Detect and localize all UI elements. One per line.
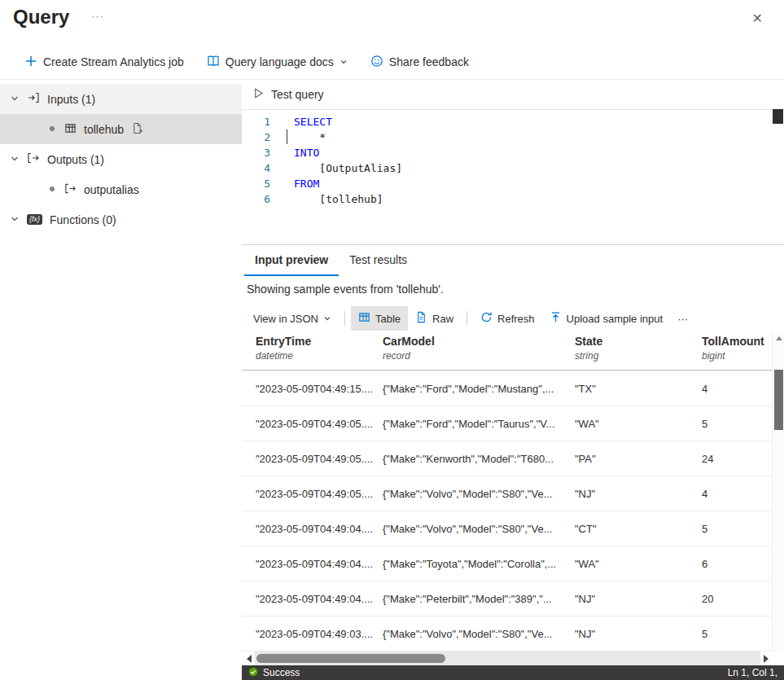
view-in-json-dropdown[interactable]: View in JSON [246, 308, 339, 330]
sample-events-note: Showing sample events from 'tollehub'. [247, 283, 444, 296]
code-text: SELECT [278, 114, 332, 129]
table-row[interactable]: "2023-05-09T04:49:04.... {"Make":"Volvo"… [242, 511, 772, 546]
cell-tollamount: 5 [702, 511, 775, 546]
create-stream-analytics-job-button[interactable]: Create Stream Analytics job [24, 55, 184, 70]
inputs-label: Inputs (1) [47, 93, 95, 106]
sql-keyword: SELECT [294, 116, 332, 128]
horizontal-scroll-track[interactable] [255, 651, 760, 665]
cell-state: "PA" [575, 441, 697, 476]
query-language-docs-button[interactable]: Query language docs [207, 55, 348, 70]
vertical-scroll-thumb[interactable] [774, 370, 783, 430]
column-header-entrytime[interactable]: EntryTime datetime [256, 335, 381, 362]
line-number: 5 [242, 176, 278, 191]
table-row[interactable]: "2023-05-09T04:49:05.... {"Make":"Volvo"… [242, 476, 772, 511]
link-icon [47, 123, 57, 136]
horizontal-scrollbar[interactable] [243, 651, 772, 665]
cell-tollamount: 6 [702, 546, 775, 581]
text-cursor [287, 129, 287, 144]
code-line: 6 [tollehub] [242, 191, 784, 207]
column-type: datetime [256, 350, 381, 362]
tab-input-preview[interactable]: Input preview [244, 245, 339, 276]
status-success-label: Success [263, 667, 300, 678]
line-number: 1 [242, 114, 278, 129]
scroll-right-arrow-icon[interactable] [764, 655, 769, 663]
refresh-button[interactable]: Refresh [473, 306, 542, 331]
table-row[interactable]: "2023-05-09T04:49:05.... {"Make":"Kenwor… [242, 441, 772, 476]
cell-state: "CT" [575, 511, 697, 546]
scroll-up-arrow-icon[interactable] [776, 336, 782, 340]
column-name: EntryTime [256, 335, 381, 348]
cell-entrytime: "2023-05-09T04:49:04.... [256, 511, 381, 546]
tab-test-results[interactable]: Test results [339, 245, 418, 276]
chevron-down-icon [10, 153, 20, 166]
feedback-label: Share feedback [389, 55, 469, 68]
column-header-state[interactable]: State string [575, 335, 697, 362]
column-header-carmodel[interactable]: CarModel record [383, 335, 572, 362]
close-button[interactable]: ✕ [752, 11, 763, 26]
cell-state: "WA" [575, 406, 697, 441]
vertical-scrollbar[interactable] [772, 332, 784, 651]
title-more-button[interactable]: ··· [91, 10, 104, 22]
tab-input-preview-label: Input preview [255, 253, 328, 266]
test-query-button[interactable]: Test query [252, 87, 324, 102]
code-editor[interactable]: 1 SELECT 2 * 3 INTO 4 [OutputAlias] 5 FR… [242, 109, 784, 245]
success-check-icon [248, 667, 258, 679]
table-row[interactable]: "2023-05-09T04:49:15.... {"Make":"Ford",… [242, 371, 772, 406]
table-row[interactable]: "2023-05-09T04:49:03.... {"Make":"Volvo"… [242, 616, 772, 651]
cell-tollamount: 5 [702, 406, 775, 441]
raw-view-button[interactable]: Raw [408, 306, 461, 331]
sidebar-item-functions[interactable]: {fx} Functions (0) [0, 204, 242, 235]
sql-code: [OutputAlias] [294, 162, 402, 174]
cell-entrytime: "2023-05-09T04:49:15.... [256, 371, 381, 406]
sql-code: * [294, 131, 326, 143]
cell-entrytime: "2023-05-09T04:49:05.... [256, 476, 381, 511]
code-text: * [278, 129, 326, 145]
sidebar-item-outputalias[interactable]: outputalias [0, 174, 242, 204]
upload-sample-input-button[interactable]: Upload sample input [542, 306, 671, 331]
outputalias-label: outputalias [84, 183, 139, 196]
table-icon [358, 311, 370, 326]
cell-state: "WA" [575, 546, 697, 581]
test-query-label: Test query [271, 88, 324, 101]
input-icon [27, 91, 40, 107]
cell-carmodel: {"Make":"Toyota","Model":"Corolla",... [383, 546, 572, 581]
preview-tabs: Input preview Test results [242, 245, 418, 276]
column-header-tollamount[interactable]: TollAmount bigint [702, 335, 775, 362]
cell-state: "NJ" [575, 581, 697, 616]
toolbar-divider [344, 311, 345, 326]
sidebar-item-inputs[interactable]: Inputs (1) [0, 84, 242, 114]
share-feedback-button[interactable]: Share feedback [370, 55, 469, 70]
table-header: EntryTime datetime CarModel record State… [242, 332, 772, 371]
horizontal-scroll-thumb[interactable] [256, 654, 445, 663]
code-text: FROM [278, 176, 319, 191]
column-name: CarModel [383, 335, 572, 348]
tab-test-results-label: Test results [349, 253, 407, 266]
status-bar: Success Ln 1, Col 1, [242, 665, 784, 680]
table-view-button[interactable]: Table [351, 306, 408, 331]
editor-scrollbar[interactable] [773, 109, 783, 124]
preview-toolbar: View in JSON Table Raw Refresh Upload sa… [242, 305, 695, 331]
table-row[interactable]: "2023-05-09T04:49:04.... {"Make":"Peterb… [242, 581, 772, 616]
event-hub-icon [64, 122, 77, 137]
cell-carmodel: {"Make":"Volvo","Model":"S80","Ve... [383, 476, 572, 511]
cell-carmodel: {"Make":"Peterbilt","Model":"389","... [383, 581, 572, 616]
table-row[interactable]: "2023-05-09T04:49:05.... {"Make":"Ford",… [242, 406, 772, 441]
cell-tollamount: 4 [702, 371, 775, 406]
docs-label: Query language docs [226, 55, 334, 68]
table-row[interactable]: "2023-05-09T04:49:04.... {"Make":"Toyota… [242, 546, 772, 581]
titlebar: Query ··· ✕ [0, 0, 784, 45]
cell-carmodel: {"Make":"Volvo","Model":"S80","Ve... [383, 616, 572, 651]
sidebar-item-outputs[interactable]: Outputs (1) [0, 144, 242, 174]
cell-entrytime: "2023-05-09T04:49:05.... [256, 441, 381, 476]
code-line: 1 SELECT [242, 114, 784, 129]
upload-file-icon[interactable] [131, 122, 143, 137]
functions-label: Functions (0) [50, 213, 116, 226]
code-text: INTO [278, 145, 319, 160]
preview-toolbar-more-button[interactable]: ··· [670, 308, 695, 330]
sidebar-item-tollehub[interactable]: tollehub [0, 114, 242, 144]
refresh-label: Refresh [497, 313, 535, 325]
command-bar: Create Stream Analytics job Query langua… [0, 45, 784, 80]
book-icon [207, 55, 220, 70]
sql-keyword: INTO [294, 147, 319, 159]
scroll-left-arrow-icon[interactable] [247, 655, 252, 663]
